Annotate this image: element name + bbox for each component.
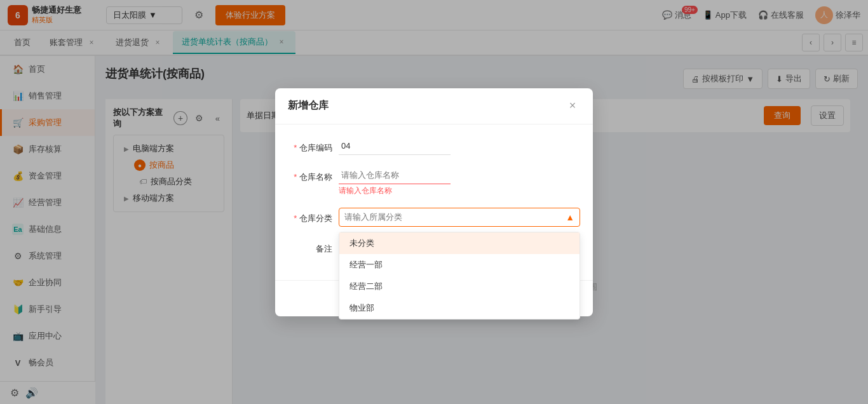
- note-label: 备注: [288, 238, 339, 255]
- category-input-row[interactable]: ▲: [339, 208, 580, 227]
- name-label: * 仓库名称: [288, 166, 339, 183]
- modal-header: 新增仓库 ×: [275, 88, 593, 125]
- category-option-dept1[interactable]: 经营一部: [339, 254, 580, 276]
- code-field-row: * 仓库编码: [288, 137, 580, 155]
- modal-title: 新增仓库: [288, 99, 329, 112]
- name-input[interactable]: [339, 166, 451, 184]
- category-label: * 仓库分类: [288, 208, 339, 224]
- name-input-wrap: 请输入仓库名称: [339, 166, 580, 196]
- category-option-unclassified[interactable]: 未分类: [339, 232, 580, 254]
- category-arrow-icon[interactable]: ▲: [566, 212, 574, 222]
- category-option-dept2[interactable]: 经营二部: [339, 276, 580, 297]
- modal-close-button[interactable]: ×: [565, 98, 580, 114]
- code-label: * 仓库编码: [288, 137, 339, 154]
- modal-overlay: 新增仓库 × * 仓库编码 * 仓库名称: [0, 0, 868, 404]
- category-field-row: * 仓库分类 ▲ 未分类 经营一部 经营二部 物业部: [288, 208, 580, 227]
- modal-body: * 仓库编码 * 仓库名称 请输入仓库名称: [275, 125, 593, 280]
- name-error-msg: 请输入仓库名称: [339, 185, 580, 196]
- new-warehouse-modal: 新增仓库 × * 仓库编码 * 仓库名称: [275, 88, 593, 316]
- category-dropdown: 未分类 经营一部 经营二部 物业部: [339, 232, 580, 320]
- name-field-row: * 仓库名称 请输入仓库名称: [288, 166, 580, 196]
- code-input[interactable]: [339, 137, 451, 155]
- category-select: ▲ 未分类 经营一部 经营二部 物业部: [339, 208, 580, 227]
- category-input[interactable]: [344, 212, 566, 222]
- code-input-wrap: [339, 137, 580, 155]
- category-option-property[interactable]: 物业部: [339, 297, 580, 319]
